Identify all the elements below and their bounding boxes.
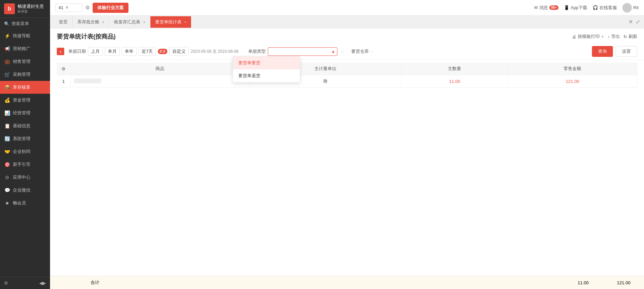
online-service-action[interactable]: 🎧 在线客服 [593, 5, 617, 11]
sidebar-item-purchase[interactable]: 🛒 采购管理 [0, 68, 50, 81]
nav-label: 新手引导 [13, 161, 30, 168]
app-download-label: App下载 [571, 5, 587, 11]
tab-receipt-summary-close[interactable]: × [143, 20, 145, 24]
page-content: 要货单统计表(按商品) 🖨 按模板打印 ▼ ↑ 导出 ↻ 刷新 › [50, 28, 644, 289]
gear-icon[interactable]: ⚙ [62, 66, 66, 71]
headset-icon: 🎧 [593, 5, 598, 10]
row-product [70, 75, 249, 88]
sidebar-item-wechat[interactable]: 💬 企业微信 [0, 184, 50, 197]
data-table: ⚙ 商品 主计量单位 主数量 零售金额 1 块 [57, 63, 637, 88]
wechat-icon: 💬 [4, 187, 10, 193]
app-name: 畅捷通好生意 [18, 4, 44, 9]
export-action[interactable]: ↑ 导出 [608, 34, 620, 40]
topbar-settings-icon[interactable]: ⚙ [85, 4, 90, 11]
date-range-display: 2023-05-06 至 2023-06-06 [191, 49, 238, 54]
sidebar-item-inventory[interactable]: 📦 库存核算 [0, 81, 50, 94]
sidebar-item-marketing[interactable]: 📢 营销推广 [0, 42, 50, 55]
row-index: 1 [57, 75, 70, 88]
page-title: 要货单统计表(按商品) [57, 32, 116, 41]
col-settings: ⚙ [57, 63, 70, 75]
print-arrow-icon: ▼ [601, 35, 604, 39]
trial-button[interactable]: 体验行业方案 [93, 3, 128, 13]
phone-icon: 📱 [564, 5, 569, 10]
vip-icon: ★ [4, 200, 10, 206]
tab-inventory-batch[interactable]: 库存批次账 × [73, 16, 109, 28]
dropdown-item-order-return[interactable]: 要货单退货 [233, 69, 300, 82]
query-button[interactable]: 查询 [592, 46, 613, 57]
settings-icon[interactable]: ⚙ [4, 281, 8, 286]
nav-label: 基础信息 [13, 123, 30, 129]
sidebar-item-finance[interactable]: 💰 资金管理 [0, 94, 50, 107]
row-quantity: 11.00 [402, 75, 508, 88]
store-selector[interactable]: 41 ▼ [55, 3, 82, 12]
type-filter-label: 单据类型 [248, 48, 266, 54]
nav-label: 系统管理 [13, 136, 30, 142]
print-label: 按模板打印 [578, 34, 600, 40]
maximize-window-icon[interactable]: ⤢ [636, 19, 640, 25]
online-service-label: 在线客服 [599, 5, 617, 11]
print-action[interactable]: 🖨 按模板打印 ▼ [572, 34, 604, 40]
footer-amount: 121.00 [610, 280, 637, 285]
sidebar-item-sales[interactable]: 💼 销售管理 [0, 55, 50, 68]
sidebar-item-operations[interactable]: 📊 经营管理 [0, 107, 50, 119]
sidebar-item-basic[interactable]: 📋 基础信息 [0, 119, 50, 132]
tab-receipt-summary-label: 收发存汇总表 [114, 19, 140, 25]
topbar-right: ✉ 消息 99+ 📱 App下载 🎧 在线客服 Rit [534, 3, 639, 13]
topbar: 41 ▼ ⚙ 体验行业方案 ✉ 消息 99+ 📱 App下载 🎧 在线客服 R [50, 0, 644, 16]
enterprise-icon: 🤝 [4, 149, 10, 155]
settings-button[interactable]: 设置 [616, 46, 637, 57]
footer-label: 合计 [91, 280, 99, 286]
nav-label: 资金管理 [13, 97, 30, 103]
collapse-icon[interactable]: ◀▶ [39, 281, 46, 286]
type-select[interactable]: ▲ [268, 47, 337, 56]
topbar-left: 41 ▼ ⚙ 体验行业方案 [55, 3, 128, 13]
app-center-icon: ⊙ [4, 174, 10, 180]
sidebar-item-quick-nav[interactable]: ⚡ 快捷导航 [0, 29, 50, 42]
sidebar-item-system[interactable]: 🔄 系统管理 [0, 132, 50, 145]
type-select-input[interactable] [268, 47, 337, 56]
warehouse-more-dots[interactable]: ··· [370, 49, 374, 54]
date-last-month[interactable]: 上月 [88, 47, 103, 56]
expand-toggle[interactable]: › [57, 48, 64, 55]
tab-home[interactable]: 首页 [54, 16, 73, 28]
user-area[interactable]: Rit [622, 3, 639, 13]
sidebar-bottom: ⚙ ◀▶ [0, 277, 50, 289]
app-sub: 标准版 [18, 9, 44, 14]
col-quantity: 主数量 [402, 63, 508, 75]
close-window-icon[interactable]: ✕ [628, 19, 633, 25]
finance-icon: 💰 [4, 97, 10, 103]
tab-inventory-batch-close[interactable]: × [102, 20, 104, 24]
date-custom[interactable]: 自定义 [169, 47, 189, 56]
dropdown-item-order-goods[interactable]: 要货单要货 [233, 57, 300, 69]
refresh-icon: ↻ [623, 34, 627, 39]
message-label: 消息 [539, 5, 548, 11]
date-7days[interactable]: 近7天 [139, 47, 156, 56]
date-this-month[interactable]: 本月 [105, 47, 120, 56]
sidebar-item-vip[interactable]: ★ 畅会员 [0, 197, 50, 209]
tabbar: 首页 库存批次账 × 收发存汇总表 × 要货单统计表 × ✕ ⤢ [50, 16, 644, 28]
tab-receipt-summary[interactable]: 收发存汇总表 × [109, 16, 150, 28]
app-download-action[interactable]: 📱 App下载 [564, 5, 587, 11]
filter-bar: › 单据日期 上月 本月 本年 近7天 更多 自定义 2023-05-06 至 … [50, 43, 644, 60]
nav-label: 销售管理 [13, 59, 30, 65]
quick-nav-icon: ⚡ [4, 33, 10, 39]
logo-area: b 畅捷通好生意 标准版 [0, 0, 50, 18]
date-this-year[interactable]: 本年 [122, 47, 137, 56]
system-icon: 🔄 [4, 136, 10, 142]
purchase-icon: 🛒 [4, 71, 10, 77]
sidebar-item-guide[interactable]: 🎯 新手引导 [0, 158, 50, 171]
tab-order-summary[interactable]: 要货单统计表 × [150, 16, 191, 28]
table-container: ⚙ 商品 主计量单位 主数量 零售金额 1 块 [50, 63, 644, 88]
more-date-badge[interactable]: 更多 [158, 49, 167, 54]
message-action[interactable]: ✉ 消息 99+ [534, 5, 558, 11]
filter-more-dots[interactable]: ··· [341, 49, 344, 54]
sidebar-item-app-center[interactable]: ⊙ 应用中心 [0, 171, 50, 184]
tab-order-summary-close[interactable]: × [184, 20, 186, 24]
sidebar-search[interactable]: 🔍 搜索菜单 [0, 18, 50, 29]
table-footer: 合计 11.00 121.00 [50, 276, 644, 289]
refresh-action[interactable]: ↻ 刷新 [623, 34, 637, 40]
sidebar-item-enterprise[interactable]: 🤝 企业协同 [0, 145, 50, 158]
search-label: 搜索菜单 [11, 21, 29, 27]
avatar [622, 3, 632, 13]
row-amount: 121.00 [508, 75, 637, 88]
